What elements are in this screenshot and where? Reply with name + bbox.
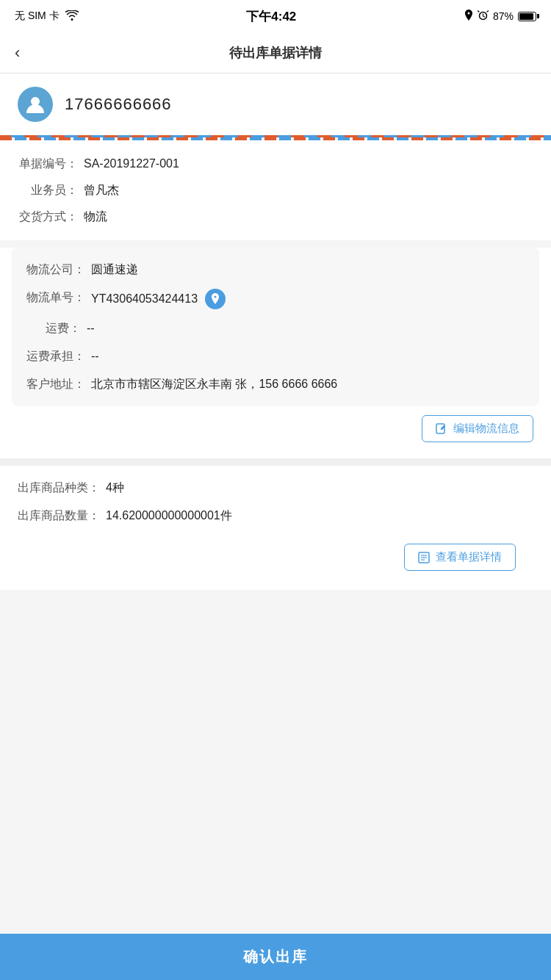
salesperson-value: 曾凡杰 [84,181,533,199]
location-status-icon [464,10,473,23]
freight-value: -- [87,320,525,337]
main-info-section: 单据编号： SA-20191227-001 业务员： 曾凡杰 交货方式： 物流 [0,140,551,240]
salesperson-label: 业务员： [18,181,84,199]
address-row: 客户地址： 北京市市辖区海淀区永丰南 张，156 6666 6666 [26,375,525,393]
wifi-icon [65,10,79,23]
goods-type-value: 4种 [106,479,533,497]
nav-bar: ‹ 待出库单据详情 [0,32,551,73]
battery-percentage: 87% [493,10,514,22]
goods-type-label: 出库商品种类： [18,479,106,497]
goods-type-row: 出库商品种类： 4种 [18,479,533,497]
empty-area [0,590,551,752]
list-icon [418,552,430,563]
logistics-company-value: 圆通速递 [91,261,525,278]
logistics-company-label: 物流公司： [26,261,91,278]
freight-bearer-value: -- [91,347,525,365]
user-header: 17666666666 [0,73,551,137]
goods-section: 出库商品种类： 4种 出库商品数量： 14.620000000000001件 查… [0,466,551,590]
freight-bearer-label: 运费承担： [26,347,91,365]
logistics-company-row: 物流公司： 圆通速递 [26,261,525,278]
location-pin-button[interactable] [205,289,226,309]
delivery-value: 物流 [84,208,533,226]
address-value: 北京市市辖区海淀区永丰南 张，156 6666 6666 [91,375,525,393]
status-carrier: 无 SIM 卡 [15,10,79,23]
edit-logistics-button[interactable]: 编辑物流信息 [422,415,533,442]
logistics-tracking-value: YT43064053424413 [91,289,525,309]
confirm-button-label[interactable]: 确认出库 [243,947,308,967]
freight-bearer-row: 运费承担： -- [26,347,525,365]
avatar [18,87,53,122]
battery-icon [518,12,536,21]
back-button[interactable]: ‹ [9,37,26,68]
view-detail-label: 查看单据详情 [436,550,502,564]
freight-row: 运费： -- [26,320,525,337]
page-title: 待出库单据详情 [229,44,322,62]
freight-label: 运费： [26,320,87,337]
view-detail-button-container: 查看单据详情 [18,535,533,583]
status-time: 下午4:42 [246,8,296,25]
goods-quantity-value: 14.620000000000001件 [106,507,533,525]
user-phone: 17666666666 [65,95,172,114]
salesperson-row: 业务员： 曾凡杰 [18,181,533,199]
delivery-row: 交货方式： 物流 [18,208,533,226]
goods-quantity-row: 出库商品数量： 14.620000000000001件 [18,507,533,525]
edit-button-label: 编辑物流信息 [453,422,519,436]
goods-quantity-label: 出库商品数量： [18,507,106,525]
separator-1 [0,458,551,466]
logistics-tracking-row: 物流单号： YT43064053424413 [26,289,525,309]
delivery-label: 交货方式： [18,208,84,226]
document-row: 单据编号： SA-20191227-001 [18,155,533,173]
address-label: 客户地址： [26,375,91,393]
document-value: SA-20191227-001 [84,155,533,173]
view-detail-button[interactable]: 查看单据详情 [404,544,516,571]
edit-icon [436,423,447,435]
document-label: 单据编号： [18,155,84,173]
status-icons: 87% [464,10,536,23]
logistics-box: 物流公司： 圆通速递 物流单号： YT43064053424413 运费： --… [12,248,539,406]
bottom-spacer [0,752,551,810]
logistics-tracking-label: 物流单号： [26,289,91,306]
edit-logistics-button-container: 编辑物流信息 [0,406,551,454]
confirm-button-container[interactable]: 确认出库 [0,934,551,980]
carrier-text: 无 SIM 卡 [15,10,60,23]
alarm-status-icon [478,10,489,23]
status-bar: 无 SIM 卡 下午4:42 87% [0,0,551,32]
